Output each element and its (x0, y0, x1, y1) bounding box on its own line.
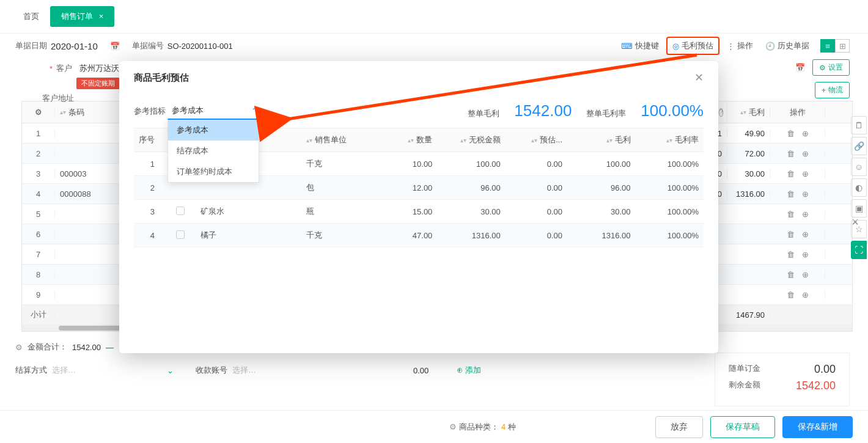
chevron-up-icon: ⌃ (251, 106, 258, 115)
rate-cell: 100.00% (636, 200, 704, 224)
qty-cell: 15.00 (375, 200, 437, 224)
row-checkbox[interactable] (176, 207, 185, 215)
col-gp[interactable]: ▴▾毛利 (567, 128, 635, 152)
modal-title: 商品毛利预估 (134, 72, 189, 84)
cost-basis-select[interactable]: 参考成本 ⌃ (171, 103, 259, 119)
cost-basis-dropdown: 参考成本 结存成本 订单签约时成本 (167, 119, 259, 183)
gp-cell: 1316.00 (567, 224, 635, 247)
row-index: 4 (134, 224, 171, 247)
dd-option-settlement-cost[interactable]: 结存成本 (168, 141, 259, 161)
row-checkbox[interactable] (176, 230, 185, 239)
col-unit[interactable]: ▴▾销售单位 (301, 128, 376, 152)
unit-cell: 包 (301, 176, 376, 200)
gp-rate-value: 100.00% (641, 101, 704, 120)
unit-cell: 千克 (301, 152, 376, 176)
dd-option-contract-cost[interactable]: 订单签约时成本 (168, 161, 259, 182)
gp-table-row[interactable]: 4橘子千克47.001316.000.001316.00100.00% (134, 224, 704, 247)
row-index: 3 (134, 200, 171, 224)
est-cell: 0.00 (506, 200, 567, 224)
amount-cell: 100.00 (437, 152, 505, 176)
filter-value: 参考成本 (172, 105, 204, 116)
unit-cell: 千克 (301, 224, 376, 247)
unit-cell: 瓶 (301, 200, 376, 224)
dd-option-reference-cost[interactable]: 参考成本 (168, 120, 259, 141)
rate-cell: 100.00% (636, 152, 704, 176)
product-name-cell: 橘子 (196, 224, 301, 247)
gp-table-row[interactable]: 3矿泉水瓶15.0030.000.0030.00100.00% (134, 200, 704, 224)
gross-profit-modal: 商品毛利预估 ✕ 参考指标 参考成本 ⌃ 参考成本 结存成本 订单签约时成本 整… (119, 61, 718, 353)
row-index: 2 (134, 176, 171, 200)
qty-cell: 12.00 (375, 176, 437, 200)
filter-label: 参考指标 (134, 106, 166, 117)
est-cell: 0.00 (506, 176, 567, 200)
amount-cell: 96.00 (437, 176, 505, 200)
gp-cell: 100.00 (567, 152, 635, 176)
col-idx[interactable]: 序号 (134, 128, 171, 152)
col-est[interactable]: ▴▾预估... (506, 128, 567, 152)
row-index: 1 (134, 152, 171, 176)
gp-rate-label: 整单毛利率 (586, 108, 626, 119)
col-gp-rate[interactable]: ▴▾毛利率 (636, 128, 704, 152)
amount-cell: 1316.00 (437, 224, 505, 247)
est-cell: 0.00 (506, 224, 567, 247)
gp-cell: 30.00 (567, 200, 635, 224)
gp-total-value: 1542.00 (514, 101, 572, 120)
est-cell: 0.00 (506, 152, 567, 176)
col-qty[interactable]: ▴▾数量 (375, 128, 437, 152)
rate-cell: 100.00% (636, 224, 704, 247)
col-amount[interactable]: ▴▾无税金额 (437, 128, 505, 152)
gp-total-label: 整单毛利 (468, 108, 499, 119)
qty-cell: 10.00 (375, 152, 437, 176)
amount-cell: 30.00 (437, 200, 505, 224)
filter-row: 参考指标 参考成本 ⌃ 参考成本 结存成本 订单签约时成本 整单毛利 1542.… (134, 101, 704, 120)
rate-cell: 100.00% (636, 176, 704, 200)
product-name-cell: 矿泉水 (196, 200, 301, 224)
gp-cell: 96.00 (567, 176, 635, 200)
qty-cell: 47.00 (375, 224, 437, 247)
modal-close-icon[interactable]: ✕ (694, 71, 704, 84)
